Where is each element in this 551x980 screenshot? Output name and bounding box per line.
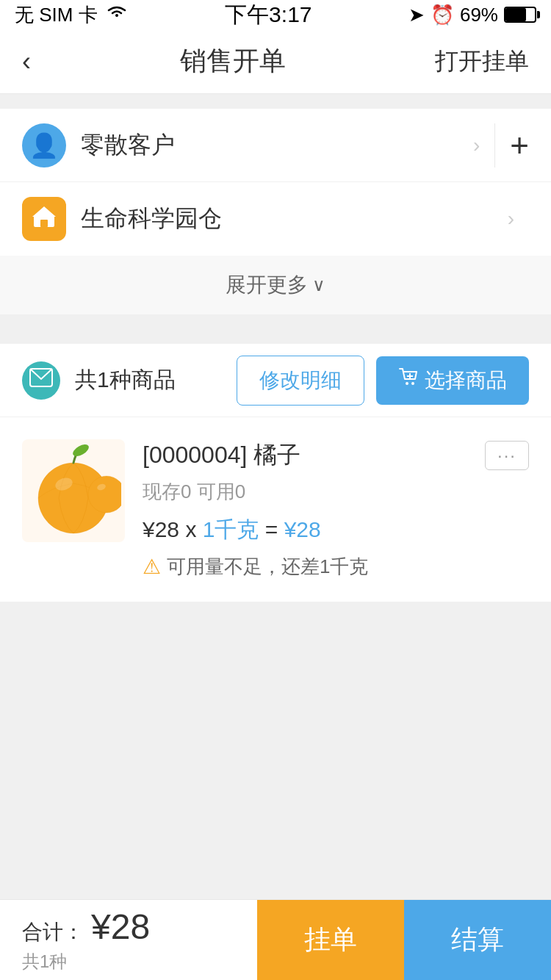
section-gap-2 [0, 314, 551, 329]
row-divider [494, 123, 495, 167]
wifi-icon [105, 4, 129, 26]
battery-icon [504, 7, 536, 23]
svg-rect-2 [40, 220, 48, 227]
product-item: [0000004] 橘子 ··· 现存0 可用0 ¥28 x 1千克 = ¥28… [0, 417, 551, 602]
product-image [22, 439, 125, 542]
add-customer-button[interactable]: + [510, 127, 529, 164]
warning-icon: ⚠ [143, 555, 161, 579]
location-icon: ➤ [408, 4, 425, 26]
product-name-row: [0000004] 橘子 ··· [143, 439, 529, 472]
status-right: ➤ ⏰ 69% [408, 4, 536, 26]
product-qty: 1千克 [203, 517, 259, 541]
expand-more-row[interactable]: 展开更多 ∨ [0, 256, 551, 314]
total-currency: ¥ [91, 907, 111, 946]
product-stock: 现存0 可用0 [143, 479, 529, 505]
person-icon: 👤 [29, 131, 59, 159]
total-label: 合计： [22, 918, 84, 946]
product-more-button[interactable]: ··· [485, 441, 529, 470]
warehouse-row[interactable]: 生命科学园仓 › [0, 182, 551, 256]
hang-button[interactable]: 挂单 [257, 900, 404, 980]
product-info: [0000004] 橘子 ··· 现存0 可用0 ¥28 x 1千克 = ¥28… [143, 439, 529, 580]
status-bar: 无 SIM 卡 下午3:17 ➤ ⏰ 69% [0, 0, 551, 29]
product-name: [0000004] 橘子 [143, 439, 300, 472]
product-section: 共1种商品 修改明细 选择商品 [0, 344, 551, 602]
select-product-label: 选择商品 [425, 367, 507, 394]
customer-name: 零散客户 [81, 129, 473, 162]
nav-bar: ‹ 销售开单 打开挂单 [0, 29, 551, 94]
product-price: ¥28 [143, 517, 179, 541]
carrier-text: 无 SIM 卡 [15, 2, 98, 28]
back-button[interactable]: ‹ [22, 46, 31, 77]
bottom-bar: 合计： ¥28 共1种 挂单 结算 [0, 899, 551, 980]
customer-row[interactable]: 👤 零散客户 › + [0, 109, 551, 182]
svg-point-11 [71, 443, 91, 458]
product-count-text: 共1种商品 [75, 365, 237, 395]
svg-marker-1 [32, 206, 56, 217]
warehouse-icon-wrap [22, 197, 66, 241]
product-count-icon [22, 361, 60, 400]
select-product-button[interactable]: 选择商品 [376, 356, 529, 405]
more-dots-icon: ··· [497, 445, 516, 466]
customer-chevron-icon: › [473, 134, 480, 157]
envelope-icon [29, 368, 53, 392]
cart-icon [398, 367, 419, 393]
open-hang-button[interactable]: 打开挂单 [435, 46, 529, 78]
svg-point-4 [406, 382, 408, 385]
warehouse-icon [31, 203, 57, 235]
product-code: [0000004] [143, 442, 247, 468]
expand-more-label: 展开更多 [226, 271, 308, 299]
gray-fill-area [0, 602, 551, 896]
page-title: 销售开单 [180, 43, 286, 79]
product-price-row: ¥28 x 1千克 = ¥28 [143, 515, 529, 545]
product-warning-text: 可用量不足，还差1千克 [167, 554, 368, 580]
total-amount: ¥28 [91, 907, 150, 947]
expand-arrow-icon: ∨ [312, 275, 325, 295]
warehouse-chevron-icon: › [508, 207, 514, 231]
customer-avatar: 👤 [22, 123, 66, 167]
product-image-svg [26, 443, 121, 538]
total-sub: 共1种 [22, 950, 235, 973]
status-left: 无 SIM 卡 [15, 2, 129, 28]
product-title: 橘子 [253, 442, 300, 468]
total-row: 合计： ¥28 [22, 907, 235, 947]
product-equals: = [265, 517, 278, 541]
warehouse-name: 生命科学园仓 [81, 203, 508, 235]
status-time: 下午3:17 [225, 0, 311, 30]
svg-point-5 [411, 382, 414, 385]
checkout-button[interactable]: 结算 [404, 900, 551, 980]
modify-detail-button[interactable]: 修改明细 [237, 356, 364, 406]
product-multiply: x [185, 517, 196, 541]
product-total: ¥28 [284, 517, 321, 541]
alarm-icon: ⏰ [431, 4, 454, 26]
bottom-total: 合计： ¥28 共1种 [0, 900, 257, 980]
product-warning-row: ⚠ 可用量不足，还差1千克 [143, 554, 529, 580]
battery-percent: 69% [460, 4, 498, 26]
product-header: 共1种商品 修改明细 选择商品 [0, 344, 551, 417]
section-gap-1 [0, 94, 551, 109]
total-number: 28 [111, 907, 150, 946]
